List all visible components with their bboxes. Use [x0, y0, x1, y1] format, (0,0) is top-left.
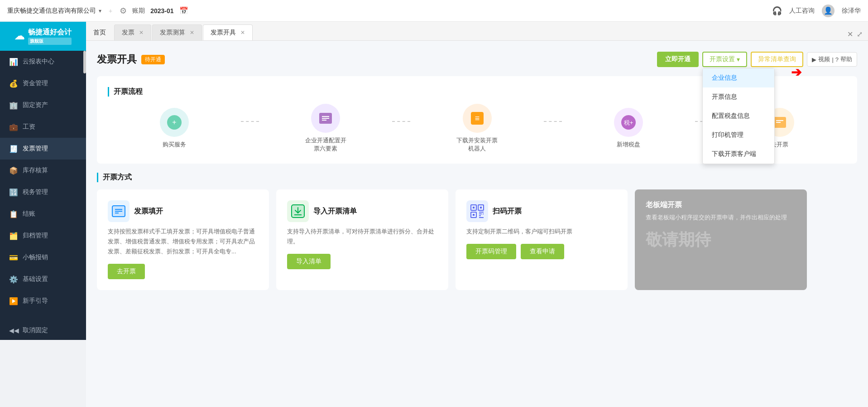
cancel-pin-label: 取消固定: [23, 326, 48, 334]
sidebar-label-accounting: 结账: [23, 210, 35, 218]
boss-title: 老板端开票: [646, 200, 796, 210]
method-section: 开票方式: [97, 173, 857, 290]
flow-step-tax-disk: 税+ 新增税盘: [562, 108, 695, 149]
status-badge: 待开通: [141, 55, 165, 64]
accounting-icon: 📋: [9, 209, 18, 218]
sidebar-label-fixed-assets: 固定资产: [23, 101, 48, 109]
page-header: 发票开具 待开通 立即开通 开票设置 ▾ 企业信息: [97, 52, 857, 67]
dropdown-item-invoice-info[interactable]: 开票信息: [703, 87, 774, 107]
settings-button[interactable]: 开票设置 ▾: [702, 52, 747, 67]
qr-manage-button[interactable]: 开票码管理: [466, 244, 516, 259]
main-layout: ☁ 畅捷通好会计 旗舰版 📊 云报表中心 💰 资金管理 🏢 固定资产 💼 工: [0, 22, 868, 407]
flow-step-buy-label: 购买服务: [163, 141, 186, 149]
sidebar-item-inventory[interactable]: 📦 库存核算: [0, 160, 86, 181]
method-fill-icon: [108, 200, 129, 222]
method-import-icon: [287, 200, 309, 222]
tab-invoice[interactable]: 发票 ✕: [114, 24, 151, 40]
sidebar-item-accounting[interactable]: 📋 结账: [0, 203, 86, 225]
import-list-button[interactable]: 导入清单: [287, 254, 331, 269]
sidebar-item-payroll[interactable]: 💼 工资: [0, 116, 86, 138]
tax-icon: 🔢: [9, 188, 18, 197]
flow-step-tax-disk-icon: 税+: [614, 108, 643, 137]
svg-text:≡: ≡: [475, 114, 480, 123]
method-scan-title: 扫码开票: [466, 200, 617, 222]
sidebar-item-fund[interactable]: 💰 资金管理: [0, 73, 86, 94]
sidebar-item-xiaochang[interactable]: 💳 小畅报销: [0, 247, 86, 268]
method-scan-icon: [466, 200, 488, 222]
period-label: 账期: [132, 7, 145, 15]
tab-invoice-open-label: 发票开具: [211, 29, 236, 37]
flow-step-config: 企业开通配置开票六要素: [259, 104, 392, 153]
sidebar-label-archive: 归档管理: [23, 232, 48, 240]
sidebar-item-invoice[interactable]: 🧾 发票管理: [0, 138, 86, 160]
page-content: 发票开具 待开通 立即开通 开票设置 ▾ 企业信息: [86, 41, 868, 407]
view-apply-button[interactable]: 查看申请: [521, 244, 564, 259]
tab-home[interactable]: 首页: [86, 25, 113, 40]
top-bar-right: 🎧 人工咨询 👤 徐泽华: [772, 5, 861, 17]
settings-label: 开票设置: [710, 55, 735, 63]
company-selector[interactable]: 重庆畅捷交通信息咨询有限公司 ▾: [7, 7, 101, 15]
sidebar-item-guide[interactable]: ▶️ 新手引导: [0, 290, 86, 312]
maximize-window-icon[interactable]: ⤢: [857, 30, 863, 39]
tab-invoice-calc-label: 发票测算: [160, 29, 185, 37]
sidebar-item-fixed-assets[interactable]: 🏢 固定资产: [0, 94, 86, 116]
flow-step-buy-icon: +: [160, 108, 189, 137]
sidebar-item-tax[interactable]: 🔢 税务管理: [0, 181, 86, 203]
svg-text:税+: 税+: [623, 119, 633, 126]
tab-invoice-open[interactable]: 发票开具 ✕: [203, 24, 253, 40]
fund-icon: 💰: [9, 79, 18, 88]
boss-watermark: 敬请期待: [646, 229, 796, 251]
sidebar-wrapper: ☁ 畅捷通好会计 旗舰版 📊 云报表中心 💰 资金管理 🏢 固定资产 💼 工: [0, 22, 86, 407]
guide-icon: ▶️: [9, 296, 18, 305]
tax-config-label: 配置税盘信息: [712, 112, 750, 119]
tab-invoice-close[interactable]: ✕: [139, 29, 144, 36]
consult-label[interactable]: 人工咨询: [789, 7, 815, 15]
invoice-icon: 🧾: [9, 144, 18, 153]
sidebar-cancel-pin[interactable]: ◀◀ 取消固定: [0, 321, 86, 340]
payroll-icon: 💼: [9, 122, 18, 131]
dropdown-item-printer[interactable]: 打印机管理: [703, 126, 774, 145]
method-import-title: 导入开票清单: [287, 200, 437, 222]
content-area: 首页 发票 ✕ 发票测算 ✕ 发票开具 ✕ ✕ ⤢: [86, 22, 868, 407]
printer-label: 打印机管理: [712, 131, 743, 138]
flow-step-config-label: 企业开通配置开票六要素: [303, 136, 348, 153]
sidebar-label-basic: 基础设置: [23, 275, 48, 283]
sidebar-label-tax: 税务管理: [23, 188, 48, 196]
dropdown-item-download-client[interactable]: 下载开票客户端: [703, 145, 774, 164]
fill-invoice-button[interactable]: 去开票: [108, 264, 145, 279]
sidebar-item-basic[interactable]: ⚙️ 基础设置: [0, 268, 86, 290]
sidebar-label-inventory: 库存核算: [23, 166, 48, 174]
settings-gear-icon[interactable]: ⚙: [120, 6, 127, 16]
tab-invoice-calc[interactable]: 发票测算 ✕: [152, 24, 202, 40]
scan-buttons: 开票码管理 查看申请: [466, 244, 617, 259]
method-cards: 发票填开 支持按照发票样式手工填开发票；可开具增值税电子普通发票、增值税普通发票…: [97, 189, 857, 290]
xiaochang-icon: 💳: [9, 253, 18, 262]
calendar-icon[interactable]: 📅: [179, 6, 188, 15]
method-card-boss: 老板端开票 查看老板端小程序提交的开票申请，并作出相应的处理 敬请期待: [635, 189, 807, 290]
tab-invoice-open-close[interactable]: ✕: [240, 29, 245, 36]
close-window-icon[interactable]: ✕: [847, 30, 853, 39]
tab-invoice-calc-close[interactable]: ✕: [190, 29, 194, 36]
dropdown-item-tax-config[interactable]: 配置税盘信息: [703, 107, 774, 126]
avatar: 👤: [822, 5, 834, 17]
sidebar: ☁ 畅捷通好会计 旗舰版 📊 云报表中心 💰 资金管理 🏢 固定资产 💼 工: [0, 22, 86, 340]
cloud-report-icon: 📊: [9, 57, 18, 66]
method-card-import: 导入开票清单 支持导入待开票清单，可对待开票清单进行拆分、合并处理。 导入清单: [276, 189, 448, 290]
sidebar-item-cloud-report[interactable]: 📊 云报表中心: [0, 51, 86, 73]
flow-step-config-icon: [311, 104, 340, 133]
activate-button[interactable]: 立即开通: [657, 52, 699, 67]
sidebar-label-invoice: 发票管理: [23, 145, 48, 153]
method-section-title: 开票方式: [97, 173, 857, 182]
flow-step-buy: + 购买服务: [108, 108, 241, 149]
red-arrow-indicator: ➔: [791, 65, 801, 80]
video-button[interactable]: ▶ 视频 | ? 帮助: [807, 52, 857, 67]
help-question-icon: ?: [835, 56, 839, 63]
sidebar-item-archive[interactable]: 🗂️ 归档管理: [0, 225, 86, 247]
method-card-scan: 扫码开票 支持定制开票二维码，客户端可扫码开票 开票码管理 查看申请: [456, 189, 628, 290]
sidebar-label-guide: 新手引导: [23, 297, 48, 305]
page-title-area: 发票开具 待开通: [97, 53, 165, 66]
svg-rect-26: [473, 214, 475, 216]
settings-dropdown-menu: 企业信息 开票信息 配置税盘信息 打印机管理: [702, 68, 775, 164]
dropdown-item-company-info[interactable]: 企业信息: [703, 68, 774, 87]
archive-icon: 🗂️: [9, 231, 18, 240]
